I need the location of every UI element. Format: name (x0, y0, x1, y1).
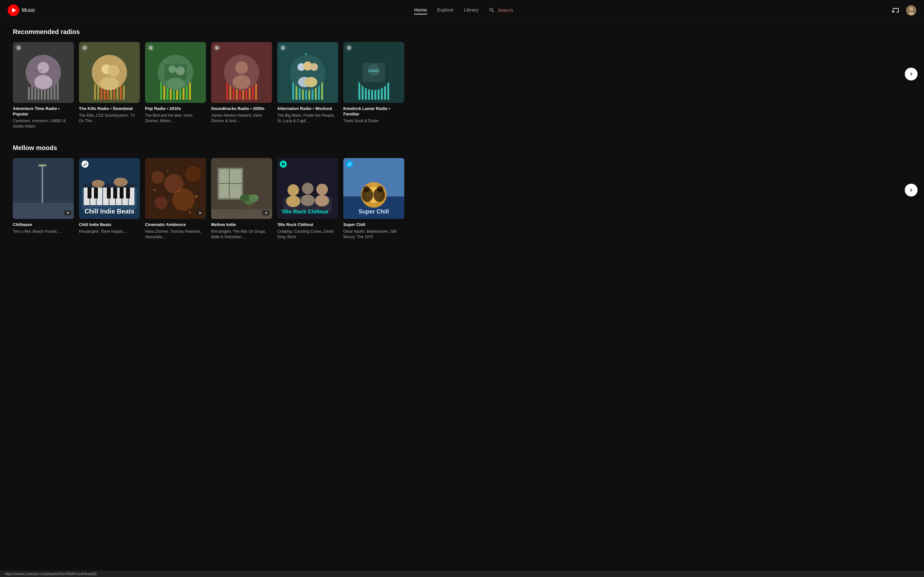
radio-card-soundtracks[interactable]: Soundtracks Radio • 2000s James Newton H… (211, 42, 272, 123)
mood-overlay-chill-indie: Chill Indie Beats (83, 207, 136, 215)
radio-card-alternative[interactable]: Alternative Radio • Workout The Big Moon… (277, 42, 338, 123)
mood-card-title-chillwave: Chillwave (13, 222, 74, 227)
svg-rect-68 (94, 187, 98, 198)
svg-point-21 (168, 65, 176, 73)
bar (255, 84, 257, 100)
svg-point-28 (235, 61, 248, 74)
radio-card-title-5: Alternative Radio • Workout (277, 106, 338, 111)
svg-rect-110 (284, 163, 284, 165)
svg-point-107 (317, 184, 328, 195)
svg-point-105 (302, 183, 313, 194)
svg-point-7 (34, 75, 52, 89)
youtube-icon-chillwave (64, 210, 71, 216)
mood-card-title-super-chill: Super Chill (343, 222, 404, 227)
svg-text:album art: album art (32, 69, 43, 71)
radio-icon-1 (15, 45, 22, 51)
search-area[interactable]: Search (489, 7, 513, 13)
bar (94, 84, 96, 100)
svg-rect-69 (107, 187, 111, 198)
bar (387, 82, 389, 100)
radio-circle-5 (290, 55, 325, 90)
radio-card-kills[interactable]: The Kills Radio • Downbeat The Kills, LC… (79, 42, 140, 123)
svg-point-84 (167, 170, 168, 171)
svg-point-117 (363, 186, 370, 192)
mood-card-00s-rock[interactable]: '00s Rock Chillout '00s Rock Chillout Co… (277, 158, 338, 239)
radio-card-title-3: Pop Radio • 2010s (145, 106, 206, 111)
header: Music Home Explore Library Search (0, 0, 924, 21)
radio-next-button[interactable] (905, 68, 918, 81)
mood-thumb-super-chill: Super Chill (343, 158, 404, 219)
mood-thumb-00s-rock: '00s Rock Chillout (277, 158, 338, 219)
cast-icon[interactable] (892, 6, 900, 15)
radio-icon-3 (148, 45, 154, 51)
nav-item-home[interactable]: Home (414, 6, 427, 15)
radio-card-sub-4: James Newton Howard, Hans Zimmer & Nick… (211, 113, 272, 124)
youtube-icon-cinematic (196, 210, 204, 216)
chevron-right-icon-mood (908, 187, 914, 193)
svg-point-108 (315, 195, 329, 206)
avatar[interactable] (906, 5, 916, 15)
radio-card-adventure-time[interactable]: album art Adventure Time Radio • Popular… (13, 42, 74, 129)
svg-point-103 (288, 184, 299, 196)
radio-circle-6: DAMN. (356, 55, 391, 90)
svg-rect-72 (126, 187, 130, 198)
radio-card-row: album art Adventure Time Radio • Popular… (13, 42, 911, 129)
svg-point-73 (92, 180, 105, 187)
mood-card-chill-indie[interactable]: Chill Indie Beats Chill Indie Beats Khru… (79, 158, 140, 234)
svg-point-38 (304, 77, 317, 87)
radio-card-title-2: The Kills Radio • Downbeat (79, 106, 140, 111)
mood-card-cinematic[interactable]: Cinematic Ambience Hans Zimmer, Thomas N… (145, 158, 206, 239)
svg-point-85 (195, 195, 198, 198)
nav-item-explore[interactable]: Explore (437, 6, 454, 15)
svg-point-15 (100, 77, 119, 90)
radio-circle-1: album art (26, 55, 61, 90)
svg-point-14 (108, 65, 120, 77)
svg-point-29 (233, 75, 250, 89)
svg-point-104 (286, 195, 300, 207)
svg-rect-109 (282, 163, 283, 165)
header-right (892, 5, 916, 15)
svg-point-3 (909, 7, 913, 11)
svg-rect-70 (113, 187, 117, 198)
radio-icon-4 (214, 45, 220, 51)
svg-point-75 (83, 165, 85, 166)
bar (189, 82, 191, 100)
status-bar: https://music.youtube.com/playlist?list=… (0, 571, 924, 577)
mood-card-title-mellow-indie: Mellow Indie (211, 222, 272, 227)
svg-rect-93 (219, 183, 242, 184)
mood-card-mellow-indie[interactable]: Mellow Indie Khruangbin, The War On Drug… (211, 158, 272, 239)
mood-next-button[interactable] (905, 184, 918, 197)
chevron-right-icon (908, 71, 914, 77)
radio-card-pop[interactable]: Pop Radio • 2010s The Bird and the Bee, … (145, 42, 206, 123)
radio-card-title-1: Adventure Time Radio • Popular (13, 106, 74, 117)
radio-card-sub-3: The Bird and the Bee, Hans Zimmer, Miami… (145, 113, 206, 124)
radio-card-kendrick[interactable]: DAMN. Kendrick Lamar Radio • Familiar Tr… (343, 42, 404, 124)
mood-thumb-chill-indie: Chill Indie Beats (79, 158, 140, 219)
mood-thumb-chillwave (13, 158, 74, 219)
mood-card-row: Chillwave Toro y Moi, Beach Fossils, … (13, 158, 911, 239)
svg-point-26 (150, 47, 152, 48)
youtube-music-logo[interactable] (8, 5, 19, 16)
mood-card-chillwave[interactable]: Chillwave Toro y Moi, Beach Fossils, … (13, 158, 74, 234)
radio-circle-4 (224, 55, 259, 90)
bar (226, 82, 228, 100)
mood-card-super-chill[interactable]: Super Chill Super Chill Omar Apollo, Bab… (343, 158, 404, 239)
mood-card-sub-cinematic: Hans Zimmer, Thomas Newman, Alexandre… (145, 229, 206, 240)
radio-circle-2 (92, 55, 127, 90)
search-icon (489, 7, 495, 13)
recommended-radios-title: Recommended radios (13, 28, 911, 35)
app-name: Music (22, 7, 35, 13)
mood-card-title-cinematic: Cinematic Ambience (145, 222, 206, 227)
svg-point-41 (282, 47, 284, 48)
svg-point-48 (349, 47, 350, 48)
svg-point-81 (172, 189, 195, 211)
radio-icon-5 (280, 45, 286, 51)
svg-point-83 (153, 189, 156, 191)
search-label[interactable]: Search (498, 7, 513, 13)
svg-rect-67 (87, 187, 91, 198)
radio-thumb-5 (277, 42, 338, 103)
radio-icon-6 (346, 45, 352, 51)
radio-icon-2 (81, 45, 88, 51)
radio-card-title-6: Kendrick Lamar Radio • Familiar (343, 106, 404, 117)
nav-item-library[interactable]: Library (464, 6, 479, 15)
